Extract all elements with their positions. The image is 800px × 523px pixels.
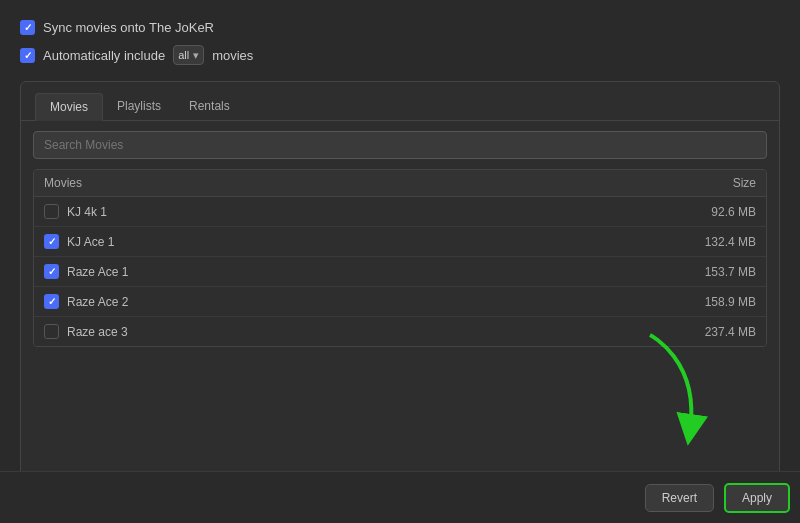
table-row[interactable]: KJ 4k 192.6 MB [34,197,766,227]
table-row[interactable]: ✓KJ Ace 1132.4 MB [34,227,766,257]
search-input[interactable] [33,131,767,159]
sync-checkbox[interactable]: ✓ [20,20,35,35]
auto-include-label: Automatically include [43,48,165,63]
row-movie-size: 158.9 MB [656,295,756,309]
row-checkbox[interactable]: ✓ [44,234,59,249]
row-checkbox[interactable] [44,204,59,219]
dropdown-value: all [178,49,189,61]
col-header-size: Size [656,176,756,190]
revert-button[interactable]: Revert [645,484,714,512]
tab-movies[interactable]: Movies [35,93,103,121]
main-container: ✓ Sync movies onto The JoKeR ✓ Automatic… [0,0,800,523]
tab-playlists[interactable]: Playlists [103,93,175,121]
table-row[interactable]: ✓Raze Ace 2158.9 MB [34,287,766,317]
tab-rentals[interactable]: Rentals [175,93,244,121]
row-checkbox[interactable]: ✓ [44,264,59,279]
row-movie-name: Raze Ace 1 [67,265,656,279]
row-movie-size: 92.6 MB [656,205,756,219]
apply-button[interactable]: Apply [724,483,790,513]
row-movie-name: Raze Ace 2 [67,295,656,309]
movies-suffix: movies [212,48,253,63]
sync-option-row: ✓ Sync movies onto The JoKeR [20,20,780,35]
table-header: Movies Size [34,170,766,197]
row-movie-size: 153.7 MB [656,265,756,279]
row-movie-name: KJ 4k 1 [67,205,656,219]
tabs-bar: Movies Playlists Rentals [21,82,779,121]
row-movie-name: Raze ace 3 [67,325,656,339]
movies-table: Movies Size KJ 4k 192.6 MB✓KJ Ace 1132.4… [33,169,767,347]
row-checkbox[interactable]: ✓ [44,294,59,309]
auto-include-checkbox[interactable]: ✓ [20,48,35,63]
col-header-movies: Movies [44,176,656,190]
table-row[interactable]: Raze ace 3237.4 MB [34,317,766,346]
bottom-bar: Revert Apply [0,471,800,523]
top-options: ✓ Sync movies onto The JoKeR ✓ Automatic… [20,20,780,65]
chevron-down-icon: ▾ [193,49,199,62]
search-container [21,121,779,169]
row-movie-size: 237.4 MB [656,325,756,339]
row-movie-size: 132.4 MB [656,235,756,249]
table-row[interactable]: ✓Raze Ace 1153.7 MB [34,257,766,287]
all-dropdown[interactable]: all ▾ [173,45,204,65]
row-checkbox[interactable] [44,324,59,339]
tabs-section: Movies Playlists Rentals Movies Size KJ … [20,81,780,523]
sync-label: Sync movies onto The JoKeR [43,20,214,35]
row-movie-name: KJ Ace 1 [67,235,656,249]
table-container: Movies Size KJ 4k 192.6 MB✓KJ Ace 1132.4… [21,169,779,522]
table-body: KJ 4k 192.6 MB✓KJ Ace 1132.4 MB✓Raze Ace… [34,197,766,346]
auto-include-option-row: ✓ Automatically include all ▾ movies [20,45,780,65]
